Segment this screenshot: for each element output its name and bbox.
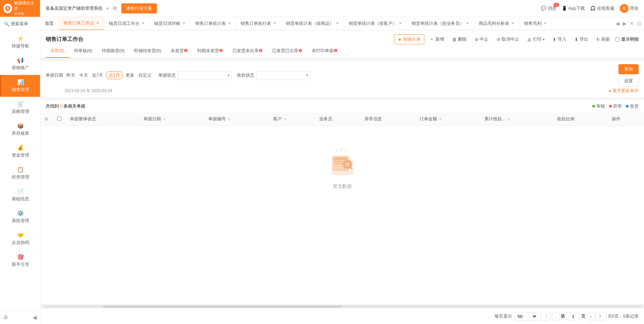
tab-nav-prev[interactable]: ◀	[614, 20, 621, 27]
pause-button[interactable]: ⊘ 中止	[472, 35, 491, 44]
tab-close-cash-reconcile[interactable]: ✕	[182, 21, 185, 26]
sidebar-item-basic[interactable]: 📄 基础信息	[0, 184, 40, 206]
filter-actions: 查询 设置	[618, 64, 639, 86]
subtab-pending-review[interactable]: 待审核(0)	[69, 44, 97, 58]
date-more[interactable]: 更多	[124, 72, 136, 79]
add-button[interactable]: ＋ 新增	[427, 35, 447, 44]
online-service-button[interactable]: 🎧 在线客服	[590, 5, 614, 11]
message-button[interactable]: 💬 消息 6	[541, 5, 556, 11]
tab-close-sales-workbench[interactable]: ✕	[96, 21, 99, 25]
tab-cash-reconcile[interactable]: 钱货日清对账 ✕	[149, 17, 190, 30]
cancel-pause-button[interactable]: ↺ 取消中止	[494, 35, 522, 44]
expand-filter-button[interactable]: ▾ 展开更多条件	[609, 88, 639, 94]
batch-cancel-button[interactable]: 弃审	[609, 103, 622, 109]
show-detail-checkbox[interactable]	[615, 37, 620, 42]
tab-sales-stats[interactable]: 销售订单统计表 ✕	[190, 17, 236, 30]
date-sort-icon: ⇅	[163, 117, 166, 121]
batch-ship-button[interactable]: 发货	[626, 103, 639, 109]
col-date[interactable]: 单据日期 ⇅	[139, 113, 204, 126]
app-download-button[interactable]: 📱 App下载	[562, 5, 585, 11]
smart-create-button[interactable]: ★ 智能生单	[394, 34, 424, 44]
subtab-pending-inspect[interactable]: 待拣验货(0)	[97, 44, 129, 58]
col-collected[interactable]: 累计收款... ⇅	[480, 113, 553, 126]
tab-close-all[interactable]: ✕	[629, 20, 635, 27]
col-number[interactable]: 单据编号 ⇅	[204, 113, 269, 126]
tab-menu[interactable]: ⊡	[636, 20, 643, 27]
page-prev-button[interactable]: ‹	[552, 313, 559, 320]
col-checkbox[interactable]	[52, 113, 66, 126]
page-total: 共0页，0条记录	[608, 313, 639, 319]
tab-sales-customer-stats[interactable]: 销货单统计表（按客户） ✕	[344, 17, 407, 30]
scrollbar-thumb[interactable]	[103, 306, 342, 308]
tab-close-cash-daily[interactable]: ✕	[141, 21, 144, 26]
sidebar-item-enterprise[interactable]: 🤝 企业协同	[0, 228, 40, 250]
sidebar-item-operations[interactable]: 📋 经营管理	[0, 162, 40, 184]
tab-close-gross-margin[interactable]: ✕	[511, 21, 514, 26]
page-next-button[interactable]: ›	[587, 313, 594, 320]
sidebar-search[interactable]: 🔍 搜索菜单	[0, 17, 40, 31]
subtab-all[interactable]: 全部(0)	[46, 44, 69, 58]
print-button[interactable]: 🖨 打印 ▾	[524, 35, 547, 44]
export-button[interactable]: ⬇ 导出	[572, 35, 591, 44]
sidebar-item-guide[interactable]: 🎯 新手引导	[0, 250, 40, 272]
tab-close-sales-more[interactable]: ✕	[544, 21, 547, 26]
tab-sales-workbench[interactable]: 销售订单工作台 ✕	[59, 17, 104, 30]
per-page-select[interactable]: 50 10 20 100	[514, 312, 538, 321]
date-today[interactable]: 今天	[78, 72, 89, 79]
batch-review-button[interactable]: 审核	[592, 103, 605, 109]
subtab-overdue-not-shipped[interactable]: 到期未发货❶	[192, 44, 228, 58]
tab-cash-daily[interactable]: 钱货日清工作台 ✕	[104, 17, 149, 30]
col-amount[interactable]: 订单金额 ⇅	[416, 113, 480, 126]
tab-close-sales-product-stats[interactable]: ✕	[336, 21, 339, 26]
show-detail-label[interactable]: 显示明细	[615, 36, 639, 42]
sidebar-item-system[interactable]: ⚙️ 系统管理	[0, 206, 40, 228]
sidebar-item-sales[interactable]: 📊 销售管理	[0, 75, 40, 97]
import-button[interactable]: ⬆ 导入	[550, 35, 569, 44]
delete-button[interactable]: 🗑 删除	[449, 35, 469, 44]
subtab-not-printed[interactable]: 未打印单据❶	[307, 44, 342, 58]
subtab-wangpu-pending[interactable]: 旺铺待发货(0)	[129, 44, 166, 58]
user-menu[interactable]: 友 用友	[620, 4, 639, 13]
solution-button[interactable]: 体验行业方案	[121, 3, 157, 13]
col-customer[interactable]: 客户 ⇅	[269, 113, 315, 126]
status-select[interactable]	[178, 71, 231, 80]
sidebar-item-inventory[interactable]: 📦 库存核算	[0, 119, 40, 140]
date-custom[interactable]: 自定义	[137, 72, 153, 79]
tab-home[interactable]: 首页	[40, 17, 59, 30]
tab-gross-margin[interactable]: 商品毛利分析表 ✕	[474, 17, 519, 30]
select-all-checkbox[interactable]	[57, 116, 61, 121]
page-input[interactable]	[566, 313, 580, 320]
col-settings[interactable]: ⚙	[40, 113, 52, 126]
gear-button[interactable]: ⚙	[113, 5, 117, 11]
setting-button[interactable]: 设置	[618, 76, 639, 86]
search-menu-button[interactable]: 🔍 搜索菜单	[3, 19, 37, 28]
sidebar-item-purchase[interactable]: 🛒 采购管理	[0, 97, 40, 119]
sidebar-item-quick-nav[interactable]: ⚡ 快捷导航	[0, 31, 40, 53]
tab-nav-next[interactable]: ▶	[621, 20, 628, 27]
tab-sales-exec[interactable]: 销售订单执行表 ✕	[236, 17, 281, 30]
sidebar-item-label: 快捷导航	[12, 43, 29, 49]
subtab-not-shipped[interactable]: 未发货❶	[166, 44, 192, 58]
page-last-button[interactable]: 》	[596, 312, 606, 321]
date-yesterday[interactable]: 昨天	[65, 72, 77, 79]
tab-close-sales-stats[interactable]: ✕	[228, 21, 231, 26]
tab-sales-staff-stats[interactable]: 销货单统计表（按业务员） ✕	[407, 17, 474, 30]
refresh-button[interactable]: ↻ 刷新	[594, 35, 613, 44]
query-button[interactable]: 查询	[618, 64, 639, 74]
tab-close-sales-customer-stats[interactable]: ✕	[399, 21, 402, 26]
tab-close-sales-exec[interactable]: ✕	[273, 21, 276, 26]
subtab-shipped-not-out[interactable]: 已发货未出库❶	[228, 44, 267, 58]
tab-close-sales-staff-stats[interactable]: ✕	[466, 21, 469, 26]
date-1month[interactable]: 近1月	[106, 71, 123, 79]
collapse-button[interactable]: ◀	[33, 314, 37, 321]
sidebar-item-finance[interactable]: 💰 资金管理	[0, 140, 40, 162]
scrollbar-track[interactable]	[43, 306, 641, 308]
settings-button[interactable]: ⚙	[3, 314, 8, 321]
payment-select[interactable]	[256, 71, 310, 80]
tab-sales-product-stats[interactable]: 销货单统计表（按商品） ✕	[281, 17, 344, 30]
page-first-button[interactable]: 《	[540, 312, 551, 321]
date-7days[interactable]: 近7天	[91, 72, 104, 79]
subtab-shipped-out[interactable]: 已发货已出库❶	[267, 44, 307, 58]
tab-sales-more[interactable]: 销售毛利 ✕	[519, 17, 552, 30]
sidebar-item-marketing[interactable]: 📢 营销推广	[0, 53, 40, 75]
